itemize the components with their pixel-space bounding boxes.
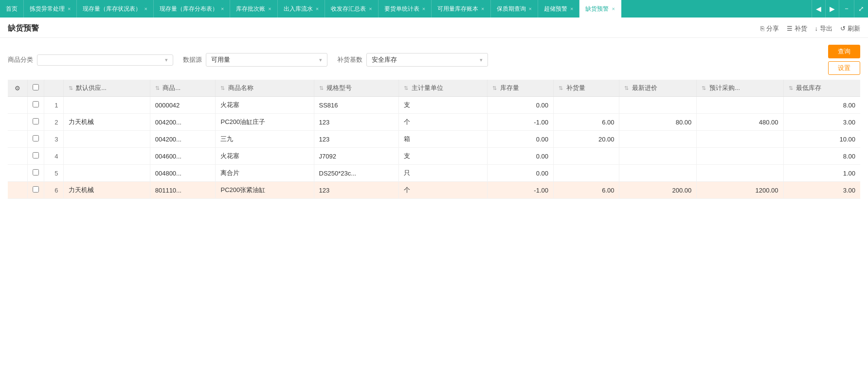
row-est-purchase-1: 480.00 <box>697 114 783 131</box>
tab-maximize-button[interactable]: ⤢ <box>854 0 868 18</box>
tab-close-2[interactable]: × <box>144 6 147 12</box>
row-replenish-2: 20.00 <box>553 131 619 148</box>
col-header-gear[interactable]: ⚙ <box>8 80 27 97</box>
tab-prev-button[interactable]: ◀ <box>812 0 825 18</box>
row-code-5: 801110... <box>150 182 216 199</box>
col-header-latest-price[interactable]: 最新进价 <box>619 80 697 97</box>
replenish-base-filter-group: 补货基数 安全库存 ▾ <box>337 53 488 67</box>
tab-现存量库存分布表[interactable]: 现存量（库存分布表） × <box>154 0 230 18</box>
col-header-num <box>44 80 63 97</box>
col-header-stock[interactable]: 库存量 <box>488 80 554 97</box>
export-button[interactable]: ↓ 导出 <box>815 24 833 33</box>
row-stock-2: 0.00 <box>488 131 554 148</box>
tab-可用量库存账本[interactable]: 可用量库存账本 × <box>432 0 490 18</box>
tab-缺货预警[interactable]: 缺货预警 × <box>579 0 621 18</box>
row-unit-2: 箱 <box>399 131 488 148</box>
tab-超储预警[interactable]: 超储预警 × <box>538 0 579 18</box>
row-name-5: PC200张紧油缸 <box>216 182 314 199</box>
row-spec-1: 123 <box>314 114 399 131</box>
category-filter-group: 商品分类 ▾ <box>8 54 173 66</box>
row-code-2: 004200... <box>150 131 216 148</box>
page-content: 缺货预警 ⎘ 分享 ☰ 补货 ↓ 导出 ↺ 刷新 商品分类 <box>0 18 868 387</box>
row-check-cell[interactable] <box>27 148 44 165</box>
col-header-unit[interactable]: 主计量单位 <box>399 80 488 97</box>
row-checkbox-0[interactable] <box>33 101 39 107</box>
tab-首页[interactable]: 首页 <box>0 0 24 18</box>
tab-close-3[interactable]: × <box>221 6 224 12</box>
select-all-checkbox[interactable] <box>33 84 39 90</box>
col-header-min-stock[interactable]: 最低库存 <box>783 80 860 97</box>
tab-close-10[interactable]: × <box>570 6 573 12</box>
row-est-purchase-0 <box>697 97 783 114</box>
query-button[interactable]: 查询 <box>828 45 860 58</box>
row-checkbox-2[interactable] <box>33 135 39 141</box>
row-check-cell[interactable] <box>27 182 44 199</box>
tab-close-7[interactable]: × <box>422 6 425 12</box>
table-row: 1 0000042 火花塞 SS816 支 0.00 8.00 <box>8 97 860 114</box>
row-replenish-4 <box>553 165 619 182</box>
tab-close-6[interactable]: × <box>369 6 372 12</box>
row-checkbox-4[interactable] <box>33 169 39 176</box>
row-checkbox-3[interactable] <box>33 152 39 158</box>
tab-next-button[interactable]: ▶ <box>825 0 839 18</box>
row-name-3: 火花塞 <box>216 148 314 165</box>
col-header-spec[interactable]: 规格型号 <box>314 80 399 97</box>
row-check-cell[interactable] <box>27 97 44 114</box>
tab-保质期查询[interactable]: 保质期查询 × <box>491 0 538 18</box>
datasource-select[interactable]: 可用量 ▾ <box>206 53 327 67</box>
header-actions: ⎘ 分享 ☰ 补货 ↓ 导出 ↺ 刷新 <box>760 24 861 33</box>
replenish-base-select[interactable]: 安全库存 ▾ <box>366 53 488 67</box>
table-row: 2 力天机械 004200... PC200油缸庄子 123 个 -1.00 6… <box>8 114 860 131</box>
col-header-code[interactable]: 商品... <box>150 80 216 97</box>
row-min-stock-2: 10.00 <box>783 131 860 148</box>
page-header: 缺货预警 ⎘ 分享 ☰ 补货 ↓ 导出 ↺ 刷新 <box>0 18 868 38</box>
row-code-3: 004600... <box>150 148 216 165</box>
row-check-cell[interactable] <box>27 114 44 131</box>
datasource-select-value: 可用量 <box>211 55 230 64</box>
col-header-name[interactable]: 商品名称 <box>216 80 314 97</box>
row-est-purchase-3 <box>697 148 783 165</box>
row-check-cell[interactable] <box>27 165 44 182</box>
share-button[interactable]: ⎘ 分享 <box>760 24 779 33</box>
tab-close-11[interactable]: × <box>612 6 615 12</box>
replenish-button[interactable]: ☰ 补货 <box>787 24 807 33</box>
col-header-replenish[interactable]: 补货量 <box>553 80 619 97</box>
row-gear-cell <box>8 165 27 182</box>
row-num-1: 2 <box>44 114 63 131</box>
tab-要货单统计表[interactable]: 要货单统计表 × <box>379 0 432 18</box>
tab-close-5[interactable]: × <box>316 6 319 12</box>
tab-minimize-button[interactable]: － <box>839 0 854 18</box>
col-header-est-purchase[interactable]: 预计采购... <box>697 80 783 97</box>
refresh-button[interactable]: ↺ 刷新 <box>840 24 860 33</box>
tab-nav-buttons: ◀ ▶ － ⤢ <box>812 0 868 18</box>
col-header-check[interactable] <box>27 80 44 97</box>
replenish-icon: ☰ <box>787 25 793 32</box>
row-checkbox-1[interactable] <box>33 118 39 124</box>
row-spec-4: DS250*23c... <box>314 165 399 182</box>
tab-库存批次账[interactable]: 库存批次账 × <box>230 0 277 18</box>
row-spec-0: SS816 <box>314 97 399 114</box>
row-replenish-5: 6.00 <box>553 182 619 199</box>
tab-收发存汇总表[interactable]: 收发存汇总表 × <box>325 0 378 18</box>
row-supplier-2 <box>63 131 150 148</box>
row-replenish-0 <box>553 97 619 114</box>
tab-拣货异常处理[interactable]: 拣货异常处理 × <box>24 0 77 18</box>
tab-close-4[interactable]: × <box>268 6 271 12</box>
datasource-filter-group: 数据源 可用量 ▾ <box>183 53 327 67</box>
tab-close-8[interactable]: × <box>481 6 484 12</box>
row-name-0: 火花塞 <box>216 97 314 114</box>
page-title: 缺货预警 <box>8 23 39 34</box>
row-check-cell[interactable] <box>27 131 44 148</box>
tab-close-1[interactable]: × <box>68 6 71 12</box>
tab-出入库流水[interactable]: 出入库流水 × <box>278 0 325 18</box>
tab-close-9[interactable]: × <box>529 6 532 12</box>
refresh-icon: ↺ <box>840 25 846 32</box>
row-checkbox-5[interactable] <box>33 186 39 193</box>
col-header-supplier[interactable]: 默认供应... <box>63 80 150 97</box>
row-unit-4: 只 <box>399 165 488 182</box>
row-replenish-1: 6.00 <box>553 114 619 131</box>
tab-现存量库存状况表[interactable]: 现存量（库存状况表） × <box>77 0 153 18</box>
row-unit-3: 支 <box>399 148 488 165</box>
category-select[interactable]: ▾ <box>37 54 173 66</box>
settings-button[interactable]: 设置 <box>828 61 860 75</box>
